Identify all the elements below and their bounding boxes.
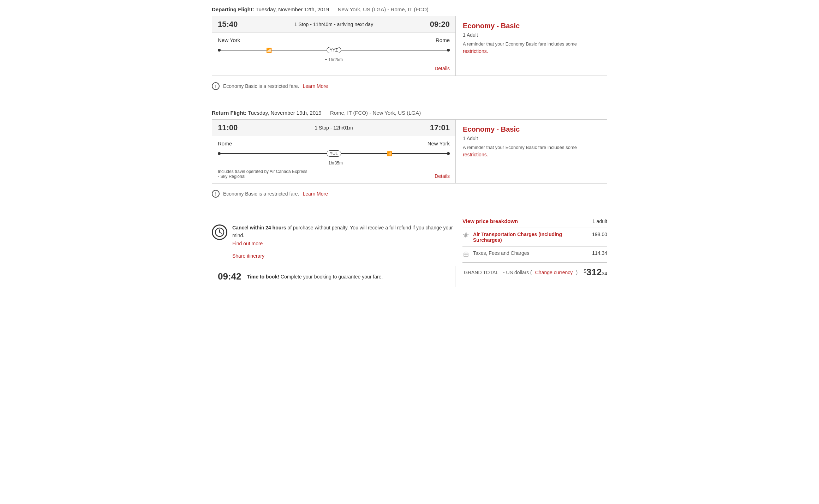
svg-rect-4 (465, 252, 467, 253)
departing-flight-card: 15:40 1 Stop - 11hr40m - arriving next d… (212, 16, 607, 76)
returning-operated-by: Includes travel operated by Air Canada E… (218, 169, 310, 179)
departing-route: New York, US (LGA) - Rome, IT (FCO) (338, 6, 429, 12)
price-row-0-label: Air Transportation Charges (Including Su… (462, 232, 592, 243)
grand-total-label: GRAND TOTAL - US dollars ( Change curren… (462, 269, 579, 276)
departing-flight-footer: Details (212, 64, 455, 76)
departing-learn-more[interactable]: Learn More (303, 83, 328, 89)
cancel-policy: Cancel within 24 hours of purchase witho… (212, 218, 455, 251)
departing-warning: ! Economy Basic is a restricted fare. Le… (212, 79, 607, 96)
returning-depart-time: 11:00 (218, 123, 238, 132)
departing-warning-text: Economy Basic is a restricted fare. Lear… (223, 83, 328, 89)
timer-time: 09:42 (218, 271, 241, 282)
returning-dot-right (447, 152, 450, 155)
share-itinerary-link[interactable]: Share itinerary (212, 253, 455, 259)
departing-header: Departing Flight: Tuesday, November 12th… (212, 4, 607, 16)
departing-fare-class: Economy - Basic (463, 22, 600, 30)
luggage-icon (462, 251, 470, 259)
returning-fare-class: Economy - Basic (463, 125, 600, 133)
departing-flight-left: 15:40 1 Stop - 11hr40m - arriving next d… (212, 16, 456, 76)
returning-learn-more[interactable]: Learn More (303, 191, 328, 197)
currency-end: ) (576, 270, 578, 275)
returning-stop-info: 1 Stop - 12hr01m (315, 125, 353, 131)
bottom-right: View price breakdown 1 adult Air Transpo… (455, 218, 607, 287)
returning-flight-line: YUL 📶 (212, 149, 455, 160)
warning-icon-departing: ! (212, 82, 220, 90)
departing-date: Tuesday, November 12th, 2019 (256, 6, 329, 12)
returning-dot-left (218, 152, 221, 155)
returning-label: Return Flight: (212, 110, 246, 116)
price-row-1-amount: 114.34 (592, 250, 607, 256)
svg-line-2 (220, 232, 221, 233)
departing-city-from: New York (218, 37, 240, 43)
returning-flight-footer: Includes travel operated by Air Canada E… (212, 167, 455, 183)
clock-icon (212, 224, 227, 240)
departing-city-to: Rome (436, 37, 450, 43)
returning-stop-badge: YUL (327, 150, 341, 157)
returning-flight-left: 11:00 1 Stop - 12hr01m 17:01 Rome New Yo… (212, 120, 456, 183)
returning-details-link[interactable]: Details (435, 173, 450, 179)
returning-flight-right: Economy - Basic 1 Adult A reminder that … (456, 120, 607, 183)
timer-rest: Complete your booking to guarantee your … (281, 274, 383, 280)
departing-label: Departing Flight: (212, 6, 254, 12)
grand-total-big: 312 (586, 267, 602, 277)
grand-total-cents: 34 (602, 271, 607, 276)
timer-msg: Time to book! Complete your booking to g… (247, 274, 383, 280)
grand-total-row: GRAND TOTAL - US dollars ( Change curren… (462, 263, 607, 278)
grand-total-text: GRAND TOTAL (464, 270, 498, 275)
cancel-text: Cancel within 24 hours of purchase witho… (232, 224, 455, 247)
departing-stop-info: 1 Stop - 11hr40m - arriving next day (294, 22, 373, 27)
departing-flight-line: 📶 YYZ (212, 45, 455, 56)
grand-total-dollar: $ (584, 268, 586, 274)
returning-pax: 1 Adult (463, 136, 600, 141)
plane-icon (462, 232, 470, 240)
price-row-0: Air Transportation Charges (Including Su… (462, 228, 607, 246)
bottom-left: Cancel within 24 hours of purchase witho… (212, 218, 455, 287)
departing-pax: 1 Adult (463, 32, 600, 38)
returning-route: Rome, IT (FCO) - New York, US (LGA) (330, 110, 421, 116)
departing-arrive-time: 09:20 (430, 20, 450, 29)
price-header-row: View price breakdown 1 adult (462, 218, 607, 228)
returning-route-row: Rome New York (212, 136, 455, 149)
departing-route-row: New York Rome (212, 33, 455, 45)
returning-times-bar: 11:00 1 Stop - 12hr01m 17:01 (212, 120, 455, 136)
section-divider-1 (212, 96, 607, 107)
departing-dot-right (447, 49, 450, 52)
departing-stop-badge: YYZ (327, 47, 341, 53)
bottom-section: Cancel within 24 hours of purchase witho… (212, 218, 607, 287)
price-adult-label: 1 adult (592, 218, 607, 224)
returning-fare-note: A reminder that your Economy Basic fare … (463, 144, 600, 158)
returning-warning-text: Economy Basic is a restricted fare. Lear… (223, 191, 328, 197)
returning-wifi-icon: 📶 (387, 151, 392, 156)
returning-header: Return Flight: Tuesday, November 19th, 2… (212, 107, 607, 119)
returning-warning: ! Economy Basic is a restricted fare. Le… (212, 186, 607, 204)
departing-times-bar: 15:40 1 Stop - 11hr40m - arriving next d… (212, 16, 455, 33)
currency-label: - US dollars ( (503, 270, 532, 275)
returning-date: Tuesday, November 19th, 2019 (248, 110, 321, 116)
price-breakdown-link[interactable]: View price breakdown (462, 218, 518, 224)
price-row-0-amount: 198.00 (592, 232, 607, 237)
price-row-1-label: Taxes, Fees and Charges (462, 250, 592, 259)
grand-total-amount: $31234 (584, 267, 607, 278)
returning-arrive-time: 17:01 (430, 123, 450, 132)
price-row-1: Taxes, Fees and Charges 114.34 (462, 246, 607, 263)
departing-depart-time: 15:40 (218, 20, 238, 29)
returning-restrictions-link[interactable]: restrictions. (463, 152, 488, 157)
departing-details-link[interactable]: Details (435, 66, 450, 71)
returning-flight-card: 11:00 1 Stop - 12hr01m 17:01 Rome New Yo… (212, 119, 607, 184)
timer-bold: Time to book! (247, 274, 280, 280)
change-currency-link[interactable]: Change currency (535, 270, 573, 275)
departing-layover: + 1hr25m (212, 56, 455, 64)
section-divider-2 (212, 204, 607, 215)
cancel-bold: Cancel within 24 hours (232, 225, 286, 230)
returning-layover: + 1hr35m (212, 160, 455, 167)
departing-restrictions-link[interactable]: restrictions. (463, 48, 488, 54)
returning-city-to: New York (428, 140, 450, 146)
warning-icon-returning: ! (212, 190, 220, 198)
departing-flight-right: Economy - Basic 1 Adult A reminder that … (456, 16, 607, 76)
departing-fare-note: A reminder that your Economy Basic fare … (463, 41, 600, 55)
returning-city-from: Rome (218, 140, 232, 146)
find-out-more-link[interactable]: Find out more (232, 241, 263, 246)
departing-wifi-icon: 📶 (266, 48, 272, 53)
departing-dot-left (218, 49, 221, 52)
timer-bar: 09:42 Time to book! Complete your bookin… (212, 266, 455, 287)
